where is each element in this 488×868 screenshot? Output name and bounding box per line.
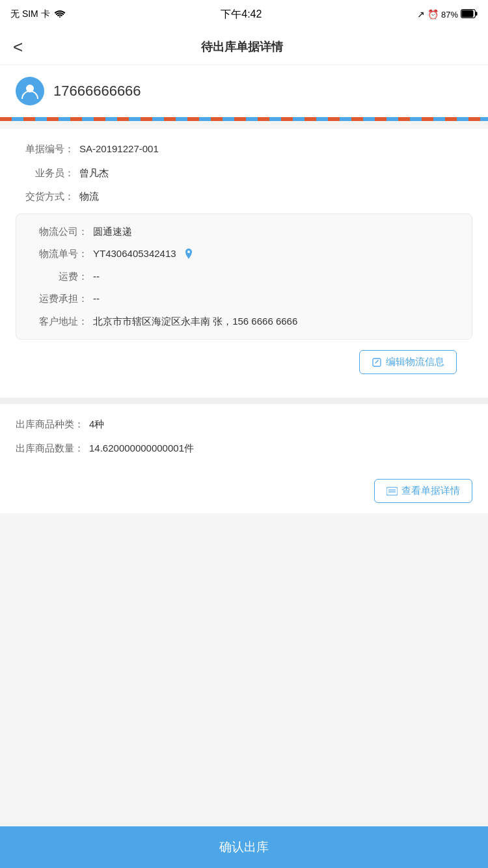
freight-bearer-row: 运费承担： -- <box>29 292 459 306</box>
sales-rep-row: 业务员： 曾凡杰 <box>16 166 472 181</box>
customer-address-row: 客户地址： 北京市市辖区海淀区永丰南 张，156 6666 6666 <box>29 314 459 329</box>
dashed-divider <box>0 117 488 121</box>
sim-status: 无 SIM 卡 <box>10 8 50 20</box>
delivery-method-value: 物流 <box>79 189 472 204</box>
svg-rect-2 <box>462 10 474 17</box>
logistics-company-value: 圆通速递 <box>93 224 459 239</box>
confirm-button-label: 确认出库 <box>219 839 269 856</box>
customer-address-label: 客户地址： <box>29 314 88 329</box>
document-number-label: 单据编号： <box>16 142 74 157</box>
customer-address-value: 北京市市辖区海淀区永丰南 张，156 6666 6666 <box>93 314 459 329</box>
delivery-method-label: 交货方式： <box>16 189 74 204</box>
order-info-section: 单据编号： SA-20191227-001 业务员： 曾凡杰 交货方式： 物流 … <box>0 129 488 398</box>
logistics-company-label: 物流公司： <box>29 224 88 239</box>
freight-bearer-value: -- <box>93 292 459 306</box>
customer-phone: 17666666666 <box>53 83 141 100</box>
edit-logistics-label: 编辑物流信息 <box>386 356 444 368</box>
location-icon: ↗ <box>417 9 425 20</box>
section-separator <box>0 398 488 404</box>
edit-logistics-button[interactable]: 编辑物流信息 <box>359 350 457 374</box>
svg-rect-5 <box>386 487 398 495</box>
goods-quantity-row: 出库商品数量： 14.620000000000001件 <box>16 441 472 456</box>
goods-type-row: 出库商品种类： 4种 <box>16 417 472 432</box>
view-detail-label: 查看单据详情 <box>401 485 460 497</box>
document-number-row: 单据编号： SA-20191227-001 <box>16 142 472 157</box>
sales-rep-label: 业务员： <box>16 166 74 181</box>
document-number-value: SA-20191227-001 <box>79 142 472 157</box>
wifi-icon <box>54 9 66 20</box>
goods-quantity-label: 出库商品数量： <box>16 441 84 456</box>
freight-bearer-label: 运费承担： <box>29 292 88 306</box>
tracking-number-text: YT4306405342413 <box>93 247 176 262</box>
view-detail-button[interactable]: 查看单据详情 <box>374 479 472 503</box>
status-left: 无 SIM 卡 <box>10 8 66 20</box>
sales-rep-value: 曾凡杰 <box>79 166 472 181</box>
empty-space <box>0 513 488 617</box>
bottom-pad <box>0 617 488 670</box>
goods-quantity-value: 14.620000000000001件 <box>89 441 472 456</box>
edit-logistics-btn-wrapper: 编辑物流信息 <box>16 340 472 385</box>
goods-section: 出库商品种类： 4种 出库商品数量： 14.620000000000001件 <box>0 404 488 468</box>
delivery-method-row: 交货方式： 物流 <box>16 189 472 204</box>
nav-bar: < 待出库单据详情 <box>0 29 488 65</box>
back-button[interactable]: < <box>13 36 28 58</box>
status-right: ↗ ⏰ 87% <box>417 9 478 20</box>
goods-type-label: 出库商品种类： <box>16 417 84 432</box>
customer-header: 17666666666 <box>0 65 488 117</box>
svg-rect-1 <box>476 12 478 16</box>
status-time: 下午4:42 <box>221 8 262 21</box>
battery-icon <box>461 9 478 20</box>
customer-avatar <box>16 77 44 105</box>
goods-type-value: 4种 <box>89 417 472 432</box>
status-bar: 无 SIM 卡 下午4:42 ↗ ⏰ 87% <box>0 0 488 29</box>
tracking-number-value: YT4306405342413 <box>93 247 459 262</box>
freight-row: 运费： -- <box>29 269 459 284</box>
page-title: 待出库单据详情 <box>28 39 455 55</box>
battery-percentage: 87% <box>441 10 458 20</box>
list-icon <box>386 487 398 496</box>
tracking-number-label: 物流单号： <box>29 247 88 262</box>
view-detail-btn-wrapper: 查看单据详情 <box>0 468 488 513</box>
alarm-icon: ⏰ <box>427 9 439 20</box>
logistics-company-row: 物流公司： 圆通速递 <box>29 224 459 239</box>
location-pin-icon[interactable] <box>182 247 196 261</box>
confirm-bar[interactable]: 确认出库 <box>0 826 488 868</box>
logistics-card: 物流公司： 圆通速递 物流单号： YT4306405342413 运费： -- … <box>16 213 472 340</box>
freight-value: -- <box>93 269 459 284</box>
edit-icon <box>372 357 382 368</box>
tracking-number-row: 物流单号： YT4306405342413 <box>29 247 459 262</box>
freight-label: 运费： <box>29 269 88 284</box>
